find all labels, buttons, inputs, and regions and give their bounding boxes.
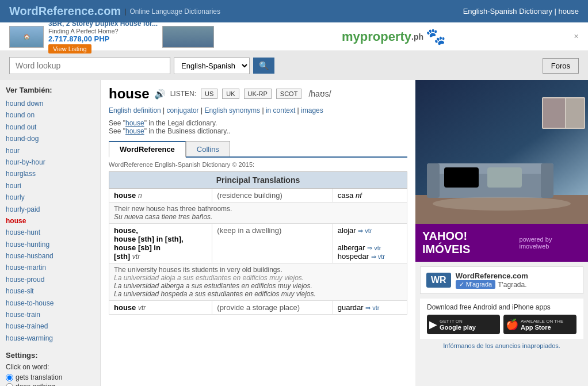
- report-ads-link[interactable]: Infórmanos de los anuncios inapropiados.: [415, 339, 588, 353]
- sidebar-item-house-trained[interactable]: house-trained: [6, 320, 94, 332]
- radio-gets-translation-input[interactable]: [6, 374, 13, 381]
- link-english-definition[interactable]: English definition: [109, 106, 161, 114]
- sidebar-item-house-husband[interactable]: house-husband: [6, 250, 94, 262]
- sidebar-item-hound-out[interactable]: hound out: [6, 121, 94, 133]
- translation-cell-1: casa nf: [333, 189, 407, 202]
- sidebar-item-hourly[interactable]: hourly: [6, 192, 94, 203]
- sidebar-item-hour[interactable]: hour: [6, 145, 94, 156]
- sidebar-item-house-hunting[interactable]: house-hunting: [6, 239, 94, 250]
- dict-source: WordReference English-Spanish Dictionary…: [109, 161, 407, 168]
- site-wordreference: WordReference: [9, 5, 94, 17]
- sidebar-item-house-sit[interactable]: house-sit: [6, 285, 94, 297]
- ad-price: 2.717.878,00 PHP: [48, 35, 158, 43]
- sidebar-item-house-hunt[interactable]: house-hunt: [6, 227, 94, 238]
- accent-scot-button[interactable]: SCOT: [276, 89, 302, 99]
- radio-does-nothing-input[interactable]: [6, 383, 13, 386]
- accent-us-button[interactable]: US: [201, 89, 217, 99]
- sidebar-item-hourglass[interactable]: hourglass: [6, 168, 94, 179]
- tab-wordreference[interactable]: WordReference: [109, 141, 186, 158]
- sidebar-links: hound down hound on hound out hound-dog …: [6, 98, 94, 344]
- ad-logo-text: myproperty: [342, 29, 411, 44]
- word-links: English definition | conjugator | Englis…: [109, 106, 407, 114]
- ad-text: 3BR, 2 Storey Duplex House for... Findin…: [48, 20, 158, 53]
- ad-secondary-image: [162, 26, 214, 48]
- sidebar-item-house-warming[interactable]: house-warming: [6, 333, 94, 344]
- svg-rect-11: [444, 167, 479, 188]
- example-cell-1: Their new house has three bathrooms. Su …: [109, 202, 407, 224]
- listen-label: LISTEN:: [170, 90, 196, 98]
- app-section: Download free Android and iPhone apps ▶ …: [420, 299, 583, 339]
- svg-rect-4: [543, 98, 567, 128]
- table-header: Principal Translations: [109, 172, 407, 189]
- sidebar-item-house-to-house[interactable]: house-to-house: [6, 297, 94, 309]
- sidebar-item-hound-dog[interactable]: hound-dog: [6, 133, 94, 144]
- language-select[interactable]: English-Spanish: [174, 58, 250, 74]
- search-bar: English-Spanish 🔍 Foros: [0, 51, 588, 80]
- link-in-context[interactable]: in context: [266, 106, 295, 114]
- ad-close-button[interactable]: ✕: [574, 33, 579, 40]
- ad-logo[interactable]: myproperty.ph 🐾: [342, 27, 446, 46]
- link-conjugator[interactable]: conjugator: [167, 106, 199, 114]
- ad-logo-suffix: .ph: [411, 32, 423, 41]
- sidebar: Ver También: hound down hound on hound o…: [0, 80, 101, 386]
- tabs: WordReference Collins: [109, 141, 407, 158]
- sidebar-item-house[interactable]: house: [6, 215, 94, 227]
- word-cell-1: house n: [109, 189, 212, 202]
- ver-tambien-title: Ver También:: [6, 86, 94, 94]
- main-layout: Ver También: hound down hound on hound o…: [0, 80, 588, 386]
- wr-card-name: WordReference.com: [456, 272, 528, 280]
- link-legal[interactable]: house: [125, 119, 144, 127]
- ad-sub: Finding A Perfect Home?: [48, 28, 158, 35]
- right-ad-image: [415, 80, 588, 224]
- notice-business: See "house" in the Business dictionary..: [109, 127, 407, 135]
- yahoo-sub: powered by imovelweb: [520, 236, 581, 250]
- sidebar-item-hound-down[interactable]: hound down: [6, 98, 94, 109]
- table-row: house n (residence building) casa nf: [109, 189, 407, 202]
- search-button[interactable]: 🔍: [253, 58, 274, 74]
- accent-uk-button[interactable]: UK: [222, 89, 239, 99]
- notice-legal: See "house" in the Legal dictionary.: [109, 119, 407, 127]
- sidebar-item-hound-on[interactable]: hound on: [6, 109, 94, 121]
- table-row-2: house, house [sth] in [sth], house [sb] …: [109, 224, 407, 263]
- ad-house-image: 🏠: [9, 26, 44, 48]
- ad-view-listing-button[interactable]: View Listing: [48, 44, 91, 53]
- header-tagline: Online Language Dictionaries: [130, 7, 220, 16]
- link-business[interactable]: house: [125, 127, 144, 135]
- radio-gets-translation[interactable]: gets translation: [6, 373, 94, 381]
- google-play-button[interactable]: ▶ GET IT ON Google play: [427, 315, 500, 334]
- word-cell-2: house, house [sth] in [sth], house [sb] …: [109, 224, 212, 263]
- sidebar-item-house-martin[interactable]: house-martin: [6, 262, 94, 273]
- search-input[interactable]: [9, 57, 170, 74]
- yahoo-text: YAHOO! IMÓVEIS: [422, 230, 515, 256]
- sidebar-item-house-train[interactable]: house-train: [6, 309, 94, 320]
- yahoo-banner: YAHOO! IMÓVEIS powered by imovelweb: [415, 224, 588, 262]
- site-logo[interactable]: WordReference.com: [9, 5, 121, 18]
- sidebar-item-house-proud[interactable]: house-proud: [6, 274, 94, 285]
- app-store-button[interactable]: 🍎 AVAILABLE ON THE App Store: [503, 315, 576, 334]
- link-images[interactable]: images: [301, 106, 323, 114]
- search-controls: English-Spanish 🔍: [9, 57, 274, 74]
- ad-content[interactable]: 🏠 3BR, 2 Storey Duplex House for... Find…: [9, 20, 214, 53]
- google-play-text: GET IT ON Google play: [440, 319, 476, 331]
- sidebar-item-hourly-paid[interactable]: hourly-paid: [6, 204, 94, 215]
- sidebar-item-houri[interactable]: houri: [6, 180, 94, 192]
- sidebar-item-hour-by-hour[interactable]: hour-by-hour: [6, 156, 94, 168]
- word-header: house 🔊 LISTEN: US UK UK-RP SCOT /haʊs/: [109, 86, 407, 102]
- svg-rect-10: [541, 163, 553, 198]
- word-title: house: [109, 86, 150, 102]
- radio-does-nothing[interactable]: does nothing: [6, 383, 94, 386]
- radio-does-nothing-label: does nothing: [16, 383, 55, 386]
- app-buttons: ▶ GET IT ON Google play 🍎 AVAILABLE ON T…: [427, 315, 576, 334]
- m-agrada-badge[interactable]: ✓ M'agrada: [456, 280, 496, 289]
- tab-collins[interactable]: Collins: [186, 141, 230, 156]
- definition-cell-3: (provide a storage place): [212, 301, 333, 315]
- link-english-synonyms[interactable]: English synonyms: [204, 106, 260, 114]
- site-domain: .com: [94, 5, 121, 17]
- right-ad: YAHOO! IMÓVEIS powered by imovelweb: [415, 80, 588, 262]
- audio-button[interactable]: 🔊: [154, 89, 166, 100]
- ad-banner: 🏠 3BR, 2 Storey Duplex House for... Find…: [0, 22, 588, 51]
- foros-button[interactable]: Foros: [543, 58, 579, 74]
- ad-logo-icon: 🐾: [426, 27, 446, 46]
- translation-cell-3: guardar ⇒ vtr: [333, 301, 407, 315]
- accent-uk-rp-button[interactable]: UK-RP: [244, 89, 272, 99]
